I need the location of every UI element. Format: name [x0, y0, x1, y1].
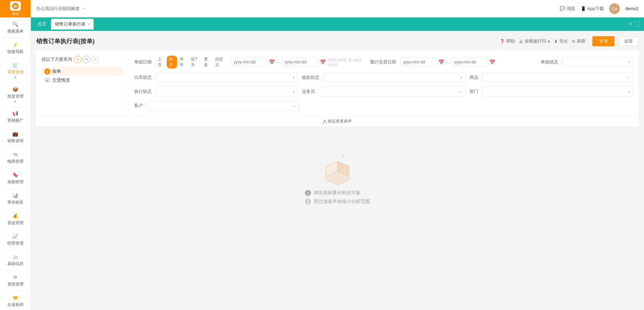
marketing-icon: 📢	[12, 110, 19, 117]
customer-group: 客户 ···	[134, 101, 299, 111]
filter-scheme-title-text: 按以下方案查询	[42, 56, 72, 62]
refresh-btn[interactable]: ↻ 刷新	[572, 38, 586, 44]
tab-sales-order[interactable]: 销售订单执行表 ×	[51, 19, 94, 30]
dept-group: 部门 ▾	[470, 87, 633, 97]
date-7days-btn[interactable]: 近7天	[189, 56, 201, 68]
scheme-item-0[interactable]: ● 按单	[42, 67, 123, 76]
sidebar-item-wholesale[interactable]: 📦 批发管理 ▲	[0, 83, 31, 107]
expected-date-from-cal-icon[interactable]: 📅	[438, 59, 444, 65]
sidebar-item-finance[interactable]: 💰 资金管理	[0, 209, 31, 229]
sidebar-search-section[interactable]: 🔍 搜索菜单	[0, 17, 31, 38]
purchase-label: 采购管理	[7, 179, 23, 185]
add-scheme-btn[interactable]: +	[74, 56, 82, 63]
date-custom-btn[interactable]: 自定义	[213, 56, 227, 68]
username[interactable]: demo2	[625, 6, 639, 11]
dept-select[interactable]: ▾	[482, 87, 633, 97]
date-label: 单据日期	[134, 59, 154, 65]
tab-bar: 首页 销售订单执行表 × × ⛶	[31, 17, 644, 31]
scheme-item-1[interactable]: ● 欠货情况	[42, 76, 123, 85]
salesman-dots[interactable]: ···	[459, 89, 463, 94]
doc-status-select[interactable]: ▾	[562, 57, 633, 67]
doc-status-label: 单据状态	[541, 59, 561, 65]
sidebar-item-base[interactable]: 🗂 基础信息	[0, 250, 31, 270]
add-scheme-icon: +	[76, 57, 79, 62]
date-from-cal-icon[interactable]: 📅	[269, 59, 275, 65]
date-this-year-btn[interactable]: 本年	[178, 56, 188, 68]
print-label: 按模板打印	[525, 38, 546, 44]
customer-select[interactable]: ···	[147, 101, 299, 111]
export-btn[interactable]: ⬇ 导出	[554, 38, 568, 44]
settings-button[interactable]: 设置	[619, 37, 639, 46]
svg-line-9	[319, 168, 322, 170]
filter-scheme-title: 按以下方案查询 + ✎ «	[42, 56, 123, 63]
sidebar-item-retail[interactable]: 🛒 零售管理 ▲	[0, 58, 31, 83]
collapse-scheme-btn[interactable]: «	[92, 56, 99, 63]
page-title-bar: 销售订单执行表(按单) ❓ 帮助 🖨 按模板打印 ▾ ⬇ 导出 ↻ 刷新	[36, 36, 639, 46]
sidebar: 好 标版 🔍 搜索菜单 ⚡ 快捷导航 🛒 零售管理 ▲ 📦 批发管理 ▲ 📢 营…	[0, 0, 31, 310]
salesman-select[interactable]: ···	[319, 87, 466, 97]
filter-panel: 按以下方案查询 + ✎ «	[36, 50, 639, 126]
app-logo: 好 标版	[0, 0, 31, 17]
app-download-btn[interactable]: 📱 App下载	[581, 6, 604, 12]
print-btn[interactable]: 🖨 按模板打印 ▾	[519, 38, 550, 44]
date-more-btn[interactable]: 更多	[202, 56, 212, 68]
edit-scheme-btn[interactable]: ✎	[83, 56, 90, 63]
filter-row-3: 执行状态 ▾ 业务员 ··· 部门	[134, 87, 633, 97]
collapse-more-btn[interactable]: ⋀ 收起更多条件	[323, 118, 352, 124]
message-btn[interactable]: 💬 消息	[560, 6, 575, 12]
user-avatar[interactable]: Ea	[609, 3, 620, 14]
inventory-label: 库存核算	[7, 200, 23, 205]
payment-status-select[interactable]: ▾	[323, 72, 466, 83]
date-to-cal-icon[interactable]: 📅	[320, 59, 326, 65]
help-icon: ❓	[499, 39, 505, 44]
date-from-input[interactable]	[231, 57, 268, 67]
goods-select[interactable]: ···	[482, 72, 633, 83]
tip-text-2: 用过滤条件来缩小分析范围	[314, 199, 370, 205]
download-icon: 📱	[581, 6, 586, 11]
sidebar-quick-nav[interactable]: ⚡ 快捷导航	[0, 38, 31, 58]
sidebar-item-purchase[interactable]: 🔖 采购管理	[0, 168, 31, 189]
empty-illustration: ✦	[312, 146, 363, 190]
expected-date-from-input[interactable]	[400, 57, 437, 67]
tab-minimize-btn[interactable]: ×	[629, 21, 632, 27]
sidebar-item-marketing[interactable]: 📢 营销推广	[0, 107, 31, 127]
tab-home[interactable]: 首页	[34, 19, 50, 30]
expected-date-to-cal-icon[interactable]: 📅	[489, 59, 495, 65]
sidebar-item-ecommerce[interactable]: 🛍 电商管理	[0, 148, 31, 168]
tip-num-2: 2	[305, 199, 311, 205]
sidebar-item-enterprise[interactable]: 🤝 企业协同	[0, 291, 31, 310]
wholesale-arrow: ▲	[14, 99, 17, 103]
tab-maximize-btn[interactable]: ⛶	[635, 21, 640, 27]
expected-date-to-input[interactable]	[451, 57, 488, 67]
wholesale-icon: 📦	[12, 86, 19, 93]
tab-active-label: 销售订单执行表	[55, 21, 86, 27]
exec-status-select[interactable]: ▾	[156, 87, 298, 97]
customer-dots[interactable]: ···	[292, 103, 296, 108]
date-to-input[interactable]	[282, 57, 319, 67]
sales-icon: 💼	[12, 131, 19, 137]
header-right: 💬 消息 📱 App下载 Ea demo2	[560, 3, 639, 14]
ship-status-select[interactable]: ▾	[156, 72, 298, 83]
payment-status-arrow: ▾	[461, 75, 463, 80]
tab-close-icon[interactable]: ×	[88, 22, 90, 26]
date-last-month-btn[interactable]: 上月	[156, 56, 166, 68]
goods-dots[interactable]: ···	[626, 75, 630, 80]
help-btn[interactable]: ❓ 帮助	[499, 38, 515, 44]
date-this-month-btn[interactable]: 本月	[167, 56, 177, 68]
breadcrumb-dropdown-icon[interactable]: ▾	[83, 6, 85, 11]
sidebar-item-inventory[interactable]: 📊 库存核算	[0, 189, 31, 209]
empty-tip-1: 1 请先选择要分析的方案	[305, 190, 370, 196]
search-icon: 🔍	[12, 21, 19, 28]
svg-text:✦: ✦	[341, 153, 345, 159]
sidebar-item-sales[interactable]: 💼 销售管理	[0, 127, 31, 148]
scheme-label-0: 按单	[52, 68, 61, 74]
sidebar-item-operations[interactable]: 📈 经营管理	[0, 229, 31, 250]
collapse-up-icon: ⋀	[323, 119, 326, 124]
query-button[interactable]: 查询	[592, 36, 614, 46]
ecommerce-label: 电商管理	[7, 159, 23, 164]
logo-icon: 好	[10, 1, 21, 11]
svg-point-11	[354, 167, 355, 169]
tip-text-1: 请先选择要分析的方案	[314, 190, 361, 196]
sidebar-item-system[interactable]: ⚙ 系统管理	[0, 270, 31, 291]
expected-date-label: 预计交货日期	[370, 59, 399, 65]
